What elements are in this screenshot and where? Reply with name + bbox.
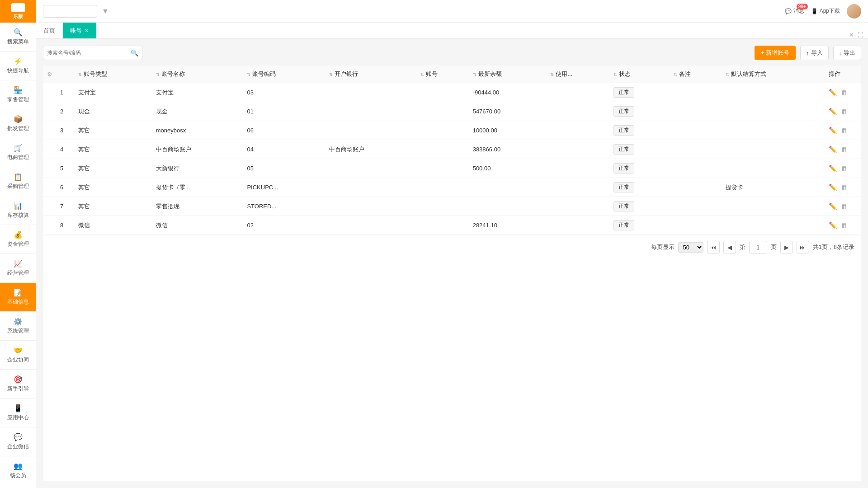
th-default-settlement[interactable]: ⇅默认结算方式: [722, 66, 825, 83]
message-button[interactable]: 💬 消息 99+: [785, 7, 804, 15]
page-word: 第: [740, 243, 745, 251]
sidebar-item-finance-mgmt[interactable]: 💰 资金管理: [0, 225, 36, 254]
th-action: 操作: [825, 66, 861, 83]
tabbar: 首页 账号 ✕ ✕ ⛶: [36, 23, 868, 39]
th-type[interactable]: ⇅账号类型: [75, 66, 152, 83]
row-type: 现金: [75, 102, 152, 121]
th-usage[interactable]: ⇅使用...: [547, 66, 609, 83]
row-usage: [547, 159, 609, 178]
sidebar-item-app-center[interactable]: 📱 应用中心: [0, 399, 36, 427]
row-status: 正常: [610, 140, 670, 159]
th-name[interactable]: ⇅账号名称: [152, 66, 244, 83]
delete-icon[interactable]: 🗑: [841, 164, 848, 173]
page-next-button[interactable]: ▶: [780, 241, 793, 253]
delete-icon[interactable]: 🗑: [841, 183, 848, 192]
tab-account-close[interactable]: ✕: [85, 28, 89, 34]
import-button[interactable]: ↑ 导入: [800, 46, 829, 60]
sidebar-item-label: 畅会员: [10, 472, 26, 479]
th-code[interactable]: ⇅账号编码: [243, 66, 326, 83]
row-action: ✏️ 🗑: [825, 140, 861, 159]
maximize-window-icon[interactable]: ⛶: [858, 32, 863, 38]
page-last-button[interactable]: ⏭: [797, 241, 809, 253]
row-action: ✏️ 🗑: [825, 83, 861, 102]
edit-icon[interactable]: ✏️: [829, 127, 837, 135]
row-default-settlement: [722, 197, 825, 216]
sidebar-item-label: 零售管理: [7, 96, 29, 103]
close-window-icon[interactable]: ✕: [849, 32, 854, 38]
export-button[interactable]: ↓ 导出: [833, 46, 862, 60]
sidebar-item-wholesale-mgmt[interactable]: 📦 批发管理: [0, 109, 36, 138]
sidebar-item-ecommerce-mgmt[interactable]: 🛒 电商管理: [0, 138, 36, 167]
delete-icon[interactable]: 🗑: [841, 221, 848, 230]
tab-home[interactable]: 首页: [36, 23, 63, 38]
row-default-settlement: [722, 216, 825, 235]
row-bank: [326, 83, 417, 102]
delete-icon[interactable]: 🗑: [841, 127, 848, 135]
edit-icon[interactable]: ✏️: [829, 183, 837, 192]
th-bank[interactable]: ⇅开户银行: [326, 66, 417, 83]
row-bank: [326, 102, 417, 121]
delete-icon[interactable]: 🗑: [841, 145, 848, 154]
row-remark: [670, 102, 722, 121]
sidebar-item-sys-mgmt[interactable]: ⚙️ 系统管理: [0, 312, 36, 341]
delete-icon[interactable]: 🗑: [841, 202, 848, 211]
sidebar-item-purchase-mgmt[interactable]: 📋 采购管理: [0, 167, 36, 196]
sidebar-item-retail-mgmt[interactable]: 🏪 零售管理: [0, 80, 36, 109]
sidebar-item-ops-mgmt[interactable]: 📈 经营管理: [0, 254, 36, 283]
topbar-dropdown-icon[interactable]: ▼: [102, 7, 109, 15]
user-avatar[interactable]: [847, 4, 861, 19]
row-gear: [43, 216, 57, 235]
sidebar-item-quick-nav[interactable]: ⚡ 快捷导航: [0, 52, 36, 80]
delete-icon[interactable]: 🗑: [841, 108, 848, 116]
finance-icon: 💰: [2, 230, 33, 239]
edit-icon[interactable]: ✏️: [829, 89, 837, 97]
edit-icon[interactable]: ✏️: [829, 202, 837, 211]
page-input[interactable]: [749, 241, 767, 253]
toolbar-right: + 新增账号 ↑ 导入 ↓ 导出: [755, 46, 861, 60]
row-balance: 28241.10: [469, 216, 547, 235]
corp-wechat-icon: 💬: [2, 433, 33, 441]
add-account-label: + 新增账号: [761, 49, 789, 57]
row-remark: [670, 178, 722, 197]
page-prev-button[interactable]: ◀: [723, 241, 736, 253]
tab-account[interactable]: 账号 ✕: [63, 23, 97, 38]
edit-icon[interactable]: ✏️: [829, 145, 837, 154]
status-badge: 正常: [613, 87, 634, 98]
th-balance[interactable]: ⇅最新余额: [469, 66, 547, 83]
search-icon[interactable]: 🔍: [131, 49, 138, 56]
sidebar-item-corp-wechat[interactable]: 💬 企业微信: [0, 427, 36, 456]
sidebar-item-search-menu[interactable]: 🔍 搜索菜单: [0, 23, 36, 52]
app-download-button[interactable]: 📱 App下载: [811, 7, 840, 15]
row-action: ✏️ 🗑: [825, 216, 861, 235]
row-status: 正常: [610, 178, 670, 197]
sidebar-item-newbie-guide[interactable]: 🎯 新手引导: [0, 370, 36, 399]
row-default-settlement: [722, 102, 825, 121]
th-status[interactable]: ⇅状态: [610, 66, 670, 83]
row-type: 其它: [75, 159, 152, 178]
delete-icon[interactable]: 🗑: [841, 89, 848, 97]
page-word2: 页: [771, 243, 777, 251]
sidebar-item-corp-agreement[interactable]: 🤝 企业协同: [0, 341, 36, 370]
th-account[interactable]: ⇅账号: [417, 66, 469, 83]
sidebar-item-inventory[interactable]: 📊 库存核算: [0, 196, 36, 225]
th-remark[interactable]: ⇅备注: [670, 66, 722, 83]
row-code: PICKUPC...: [243, 178, 326, 197]
search-input[interactable]: [47, 50, 131, 56]
row-bank: [326, 197, 417, 216]
page-first-button[interactable]: ⏮: [707, 241, 720, 253]
sidebar-item-basic-info[interactable]: 📝 基础信息: [0, 283, 36, 312]
edit-icon[interactable]: ✏️: [829, 164, 837, 173]
row-name: 微信: [152, 216, 244, 235]
row-bank: 中百商场账户: [326, 140, 417, 159]
sidebar-item-label: 系统管理: [7, 328, 29, 334]
topbar-search-input[interactable]: [43, 5, 97, 18]
row-remark: [670, 159, 722, 178]
edit-icon[interactable]: ✏️: [829, 108, 837, 116]
sidebar-item-member[interactable]: 👥 畅会员: [0, 456, 36, 485]
row-bank: [326, 178, 417, 197]
page-size-select[interactable]: 50 20 100: [678, 242, 703, 253]
import-label: 导入: [811, 49, 823, 57]
add-account-button[interactable]: + 新增账号: [755, 46, 796, 60]
edit-icon[interactable]: ✏️: [829, 221, 837, 230]
row-code: 04: [243, 140, 326, 159]
